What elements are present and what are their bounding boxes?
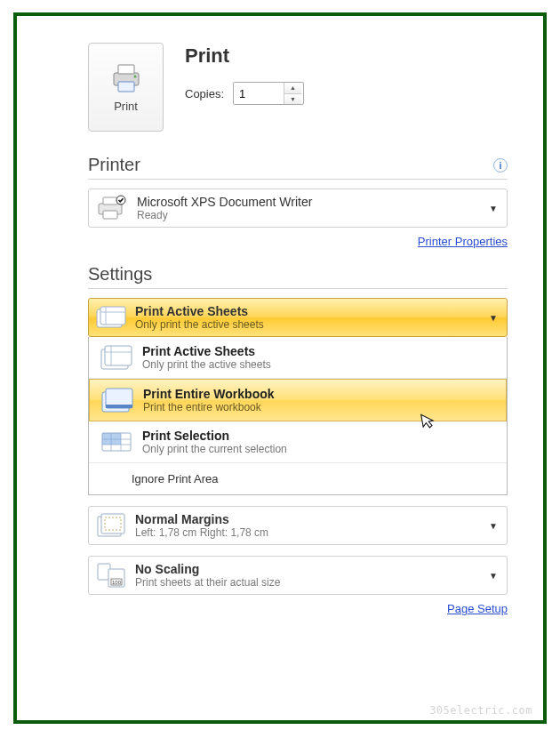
printer-name: Microsoft XPS Document Writer: [137, 195, 312, 209]
scaling-icon: 100: [96, 562, 126, 589]
scaling-title: No Scaling: [135, 562, 280, 576]
print-what-title: Print Active Sheets: [135, 304, 264, 318]
option-title: Print Selection: [142, 429, 287, 443]
print-button[interactable]: Print: [88, 43, 164, 132]
chevron-down-icon: ▼: [489, 313, 498, 323]
cursor-icon: [419, 411, 437, 431]
sheets-icon: [100, 344, 133, 371]
watermark: 305electric.com: [429, 704, 532, 717]
scaling-selector[interactable]: 100 No Scaling Print sheets at their act…: [88, 556, 508, 595]
chevron-down-icon: ▼: [489, 204, 498, 213]
print-what-sub: Only print the active sheets: [135, 318, 264, 331]
svg-rect-2: [118, 82, 134, 92]
print-what-dropdown: Print Active Sheets Only print the activ…: [88, 337, 508, 495]
copies-spinbox[interactable]: ▲ ▼: [233, 82, 304, 105]
printer-status: Ready: [137, 209, 312, 221]
copies-down[interactable]: ▼: [284, 94, 301, 105]
option-title: Print Active Sheets: [142, 344, 271, 358]
option-label: Ignore Print Area: [132, 472, 219, 485]
svg-rect-9: [100, 307, 125, 325]
option-sub: Only print the active sheets: [142, 358, 271, 371]
copies-input[interactable]: [234, 83, 284, 104]
print-what-selector[interactable]: Print Active Sheets Only print the activ…: [88, 298, 508, 337]
sheets-icon: [96, 306, 126, 329]
option-sub: Only print the current selection: [142, 443, 287, 455]
option-entire-workbook[interactable]: Print Entire Workbook Print the entire w…: [89, 379, 507, 421]
svg-point-3: [133, 75, 136, 77]
workbook-icon: [100, 387, 134, 413]
svg-rect-6: [103, 211, 117, 219]
printer-device-icon: [96, 195, 128, 221]
settings-section-title: Settings: [88, 264, 152, 285]
print-heading: Print: [185, 44, 508, 68]
option-ignore-print-area[interactable]: Ignore Print Area: [89, 463, 507, 494]
svg-rect-1: [118, 65, 134, 74]
svg-rect-18: [106, 405, 132, 408]
info-icon[interactable]: i: [493, 158, 508, 172]
printer-selector[interactable]: Microsoft XPS Document Writer Ready ▼: [88, 189, 508, 228]
svg-text:100: 100: [112, 580, 122, 585]
option-title: Print Entire Workbook: [143, 387, 275, 401]
page-setup-link[interactable]: Page Setup: [447, 602, 508, 615]
option-selection[interactable]: Print Selection Only print the current s…: [89, 421, 507, 463]
svg-rect-13: [105, 346, 132, 365]
svg-rect-5: [103, 197, 117, 205]
margins-selector[interactable]: Normal Margins Left: 1,78 cm Right: 1,78…: [88, 506, 508, 545]
option-sub: Print the entire workbook: [143, 401, 275, 413]
copies-label: Copies:: [185, 87, 224, 100]
printer-icon: [108, 62, 144, 94]
scaling-sub: Print sheets at their actual size: [135, 576, 280, 589]
printer-section-title: Printer: [88, 155, 140, 175]
margins-icon: [96, 512, 126, 539]
svg-rect-24: [102, 433, 121, 445]
print-button-label: Print: [114, 100, 138, 113]
margins-sub: Left: 1,78 cm Right: 1,78 cm: [135, 526, 268, 539]
printer-properties-link[interactable]: Printer Properties: [418, 235, 508, 248]
option-active-sheets[interactable]: Print Active Sheets Only print the activ…: [89, 337, 507, 379]
chevron-down-icon: ▼: [489, 571, 498, 581]
copies-up[interactable]: ▲: [284, 83, 301, 94]
margins-title: Normal Margins: [135, 512, 268, 526]
chevron-down-icon: ▼: [489, 521, 498, 531]
selection-icon: [100, 429, 133, 455]
